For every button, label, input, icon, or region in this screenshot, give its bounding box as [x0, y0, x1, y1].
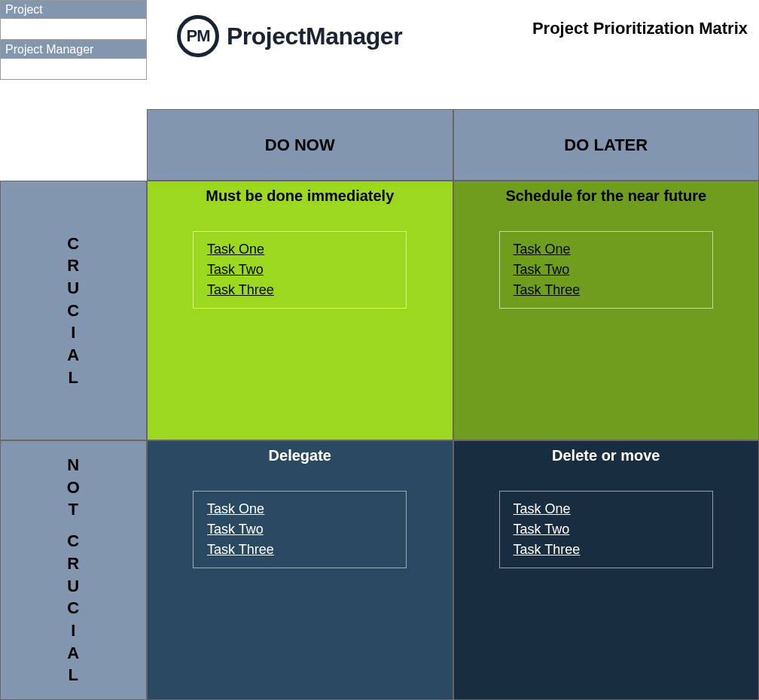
quadrant-heading: Must be done immediately — [163, 187, 437, 205]
row-label-crucial: CRUCIAL — [67, 233, 79, 389]
quadrant-heading: Delegate — [163, 447, 437, 464]
task-box: Task OneTask TwoTask Three — [499, 231, 713, 309]
task-box: Task OneTask TwoTask Three — [499, 491, 713, 568]
quadrant-heading: Schedule for the near future — [469, 187, 744, 205]
task-item[interactable]: Task One — [514, 499, 699, 519]
row-label-not-crucial: NOTCRUCIAL — [67, 454, 81, 686]
task-item[interactable]: Task Two — [514, 260, 699, 280]
task-box: Task OneTask TwoTask Three — [193, 491, 407, 568]
col-do-later: DO LATER — [453, 109, 760, 181]
meta-box: Project Project Manager — [0, 0, 147, 109]
title-area: Project Prioritization Matrix — [526, 0, 759, 109]
logo-area: PM ProjectManager — [147, 0, 526, 109]
project-label: Project — [0, 0, 147, 19]
row-not-crucial: NOTCRUCIAL Delegate Task OneTask TwoTask… — [0, 440, 759, 700]
task-item[interactable]: Task One — [207, 499, 392, 519]
page-title: Project Prioritization Matrix — [526, 19, 748, 38]
corner-blank — [0, 109, 147, 181]
task-item[interactable]: Task Three — [514, 540, 699, 560]
task-item[interactable]: Task Three — [207, 280, 392, 300]
quadrant-heading: Delete or move — [469, 447, 744, 464]
logo-icon: PM — [177, 15, 219, 57]
quadrant-do-now-crucial: Must be done immediately Task OneTask Tw… — [147, 181, 453, 440]
project-input[interactable] — [0, 19, 147, 40]
row-header-not-crucial: NOTCRUCIAL — [0, 440, 147, 700]
task-item[interactable]: Task Three — [207, 540, 392, 560]
logo-text: ProjectManager — [227, 23, 402, 50]
row-crucial: CRUCIAL Must be done immediately Task On… — [0, 181, 759, 440]
logo: PM ProjectManager — [177, 15, 402, 57]
manager-label: Project Manager — [0, 40, 147, 59]
header: Project Project Manager PM ProjectManage… — [0, 0, 759, 109]
row-header-crucial: CRUCIAL — [0, 181, 147, 440]
task-item[interactable]: Task One — [207, 239, 392, 260]
col-do-now: DO NOW — [147, 109, 453, 181]
task-item[interactable]: Task Two — [514, 519, 699, 540]
quadrant-do-now-not-crucial: Delegate Task OneTask TwoTask Three — [147, 440, 453, 700]
quadrant-do-later-crucial: Schedule for the near future Task OneTas… — [453, 181, 760, 440]
task-item[interactable]: Task Three — [514, 280, 699, 300]
task-item[interactable]: Task One — [514, 239, 699, 260]
manager-input[interactable] — [0, 59, 147, 80]
task-item[interactable]: Task Two — [207, 260, 392, 280]
task-item[interactable]: Task Two — [207, 519, 392, 540]
column-headers: DO NOW DO LATER — [0, 109, 759, 181]
quadrant-do-later-not-crucial: Delete or move Task OneTask TwoTask Thre… — [453, 440, 760, 700]
task-box: Task OneTask TwoTask Three — [193, 231, 407, 309]
